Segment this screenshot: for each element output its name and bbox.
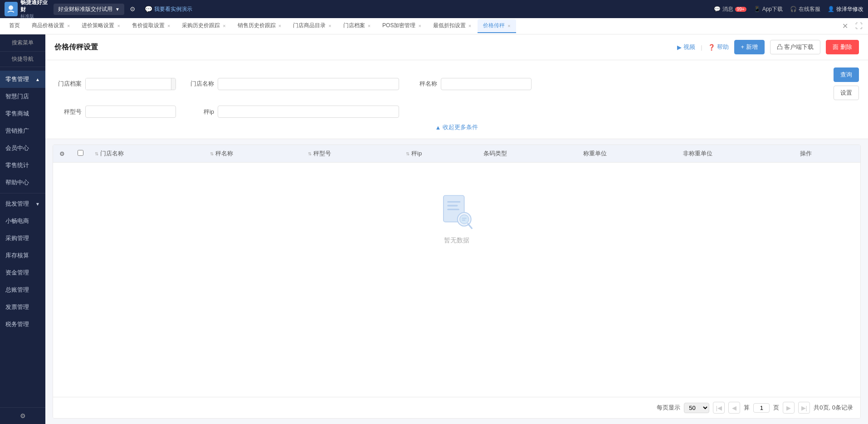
sidebar-item-wholesale-label: 批发管理 [5,200,29,208]
help-label: 帮助 [717,43,729,51]
sidebar-item-retail-stat-label: 零售统计 [5,161,29,169]
sidebar-item-finance[interactable]: 资金管理 [0,264,45,281]
online-service-btn[interactable]: 🎧 在线客服 [790,5,820,13]
sidebar-item-smart-store[interactable]: 智慧门店 [0,88,45,105]
video-link[interactable]: ▶ 视频 [677,43,695,51]
page-size-select[interactable]: 50 10 20 100 [684,403,709,413]
dots-button[interactable]: ··· [171,78,176,90]
settings-filter-button[interactable]: 设置 [834,86,859,100]
column-settings-icon[interactable]: ⚙ [59,150,65,157]
user-menu-btn[interactable]: 👤 徐泽华修改 [828,5,863,13]
delete-button[interactable]: 面 删除 [826,40,859,54]
sidebar-item-wholesale[interactable]: 批发管理 ▼ [0,195,45,212]
sidebar-quick-nav-label: 快捷导航 [0,55,45,63]
tab-store-catalog[interactable]: 门店商品目录 × [288,19,336,33]
svg-rect-2 [447,201,460,202]
help-link[interactable]: ❓ 帮助 [708,43,729,51]
sidebar-item-ecommerce[interactable]: 小畅电商 [0,212,45,230]
sidebar-item-purchase[interactable]: 采购管理 [0,230,45,247]
tab-pos-manage[interactable]: POS加密管理 × [377,19,427,33]
sidebar-item-help-label: 帮助中心 [5,178,29,187]
sidebar-item-retail-mall[interactable]: 零售商城 [0,105,45,122]
close-icon[interactable]: × [418,23,421,29]
close-icon[interactable]: × [368,23,371,29]
last-page-btn[interactable]: ▶| [798,402,810,414]
message-label: 消息 [722,5,733,13]
sort-icon: ⇅ [210,151,214,156]
video-label: 视频 [683,43,695,51]
top-right-area: 💬 消息 99+ 📱 App下载 🎧 在线客服 👤 徐泽华修改 [714,5,863,13]
tab-expand-btn[interactable]: ⛶ [853,22,864,30]
data-table: ⚙ ⇅ 门店名称 ⇅ 秤名称 [53,145,860,163]
close-icon[interactable]: × [167,23,170,29]
tab-sell-extract[interactable]: 售价提取设置 × [127,19,176,33]
page-input[interactable]: 1 [753,403,770,413]
close-icon[interactable]: × [468,23,471,29]
collapse-button[interactable]: ▲ 收起更多条件 [54,123,859,131]
query-button[interactable]: 查询 [834,67,859,82]
filter-store-name: 门店名称 [187,78,399,90]
sidebar-quick-nav[interactable]: 快捷导航 [0,52,45,67]
sidebar-item-stock[interactable]: 库存核算 [0,247,45,264]
sidebar-item-tax[interactable]: 税务管理 [0,316,45,333]
svg-point-6 [460,215,469,224]
select-all-checkbox[interactable] [78,150,83,156]
sidebar-item-member[interactable]: 会员中心 [0,140,45,157]
tab-sell-history[interactable]: 销售历史价跟踪 × [232,19,287,33]
tab-bar-end: ✕ ⛶ [840,22,864,30]
sidebar-item-general-ledger[interactable]: 总账管理 [0,281,45,299]
close-icon[interactable]: × [117,23,120,29]
prev-page-btn[interactable]: ◀ [728,402,740,414]
tab-home[interactable]: 首页 [4,19,25,33]
store-archive-input[interactable] [86,78,171,90]
sidebar-item-invoice[interactable]: 发票管理 [0,299,45,316]
close-icon[interactable]: × [507,23,510,29]
scale-ip-input[interactable] [218,106,399,118]
page-label-suffix: 页 [773,404,779,412]
add-button[interactable]: + 新增 [734,40,765,54]
tab-close-btn[interactable]: ✕ [840,22,850,30]
svg-line-7 [468,224,472,228]
scale-name-label: 秤名称 [410,80,437,88]
first-page-btn[interactable]: |◀ [713,402,725,414]
tab-min-discount[interactable]: 最低折扣设置 × [428,19,477,33]
gear-icon[interactable]: ⚙ [128,4,137,14]
sidebar-item-retail-stat[interactable]: 零售统计 [0,157,45,174]
th-settings: ⚙ [53,145,71,163]
sidebar-item-help[interactable]: 帮助中心 [0,174,45,191]
message-btn[interactable]: 💬 消息 99+ [714,5,746,13]
sidebar-item-marketing[interactable]: 营销推广 [0,122,45,140]
content-area: 价格传秤设置 ▶ 视频 | ❓ 帮助 + 新增 凸 客户端下载 面 删除 [45,34,868,424]
sidebar-search[interactable]: 搜索菜单 [0,34,45,52]
page-title: 价格传秤设置 [54,43,98,52]
tab-purchase-strategy[interactable]: 进价策略设置 × [76,19,125,33]
tab-price-setting[interactable]: 商品价格设置 × [26,19,75,33]
sidebar-item-purchase-label: 采购管理 [5,234,29,242]
tab-store-archive[interactable]: 门店档案 × [338,19,376,33]
filter-scale-model: 秤型号 [54,106,176,118]
scale-name-input[interactable] [441,78,532,90]
sidebar-item-finance-label: 资金管理 [5,269,29,277]
demo-link[interactable]: 💬 我要看实例演示 [145,5,192,13]
user-name-label: 徐泽华修改 [836,5,863,13]
app-selector-label: 好业财标准版交付试用 [58,5,112,13]
main-layout: 搜索菜单 快捷导航 零售管理 ▲ 智慧门店 零售商城 营销推广 会员中心 零售统… [0,34,868,424]
app-download-btn[interactable]: 📱 App下载 [754,5,783,13]
close-icon[interactable]: × [223,23,225,29]
store-name-input[interactable] [218,78,399,90]
next-page-btn[interactable]: ▶ [783,402,795,414]
pagination: 每页显示 50 10 20 100 |◀ ◀ 算 1 页 ▶ ▶| 共0页, 0… [53,397,860,418]
tab-purchase-history[interactable]: 采购历史价跟踪 × [176,19,231,33]
app-download-label: App下载 [762,5,783,13]
close-icon[interactable]: × [278,23,281,29]
sidebar-item-retail[interactable]: 零售管理 ▲ [0,71,45,88]
download-button[interactable]: 凸 客户端下载 [770,40,821,54]
close-icon[interactable]: × [328,23,331,29]
tab-price-transfer[interactable]: 价格传秤 × [478,19,516,33]
separator: | [701,44,702,51]
scale-model-input[interactable] [85,106,176,118]
download-icon: 📱 [754,6,761,12]
close-icon[interactable]: × [67,23,70,29]
app-selector[interactable]: 好业财标准版交付试用 ▼ [54,4,124,15]
sidebar-settings-btn[interactable]: ⚙ [0,407,45,424]
